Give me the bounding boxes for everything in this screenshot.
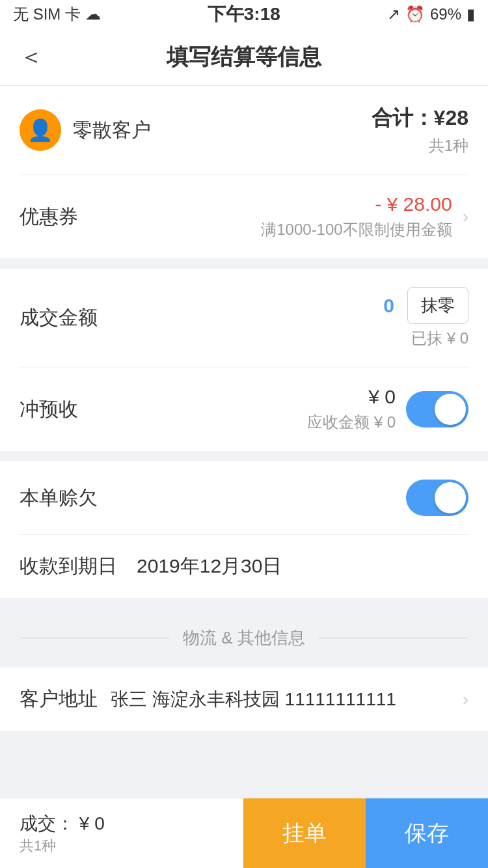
alarm-icon: ⏰	[405, 5, 425, 23]
debt-toggle[interactable]	[406, 480, 468, 516]
sim-label: 无 SIM 卡 ☁	[13, 4, 101, 25]
prepay-desc: 应收金额 ¥ 0	[307, 412, 396, 433]
content: 👤 零散客户 合计：¥28 共1种 优惠券 - ¥ 28.00 满1000-10…	[0, 86, 488, 819]
address-row[interactable]: 客户地址 张三 海淀永丰科技园 11111111111 ›	[0, 668, 488, 731]
prepay-right: ¥ 0 应收金额 ¥ 0	[307, 386, 468, 433]
customer-left: 👤 零散客户	[20, 109, 151, 151]
status-bar: 无 SIM 卡 ☁ 下午3:18 ↗ ⏰ 69% ▮	[0, 0, 488, 29]
transaction-row: 成交金额 0 抹零 已抹 ¥ 0	[0, 269, 488, 367]
address-label: 客户地址	[20, 686, 98, 712]
logistics-separator: 物流 & 其他信息	[0, 608, 488, 668]
location-icon: ↗	[387, 5, 400, 23]
coupon-amount: - ¥ 28.00	[261, 193, 452, 215]
nav-bar: ＜ 填写结算等信息	[0, 29, 488, 86]
customer-right: 合计：¥28 共1种	[372, 104, 468, 156]
coupon-row[interactable]: 优惠券 - ¥ 28.00 满1000-100不限制使用金额 ›	[0, 175, 488, 258]
customer-section: 👤 零散客户 合计：¥28 共1种 优惠券 - ¥ 28.00 满1000-10…	[0, 86, 488, 258]
transaction-value[interactable]: 0	[383, 295, 394, 317]
round-button[interactable]: 抹零	[407, 287, 468, 324]
address-value: 张三 海淀永丰科技园 11111111111	[111, 687, 463, 712]
battery-label: 69%	[430, 5, 461, 23]
bottom-transaction-label: 成交：	[20, 813, 74, 834]
due-date-value: 2019年12月30日	[137, 553, 282, 580]
bottom-count: 共1种	[20, 836, 224, 856]
customer-name: 零散客户	[73, 117, 151, 144]
address-chevron-icon: ›	[463, 689, 468, 710]
prepay-label: 冲预收	[20, 396, 78, 423]
coupon-right: - ¥ 28.00 满1000-100不限制使用金额 ›	[261, 193, 468, 240]
bottom-transaction-line: 成交： ¥ 0	[20, 811, 224, 836]
transaction-label: 成交金额	[20, 305, 98, 331]
transaction-section: 成交金额 0 抹零 已抹 ¥ 0 冲预收 ¥ 0 应收金额 ¥ 0	[0, 269, 488, 451]
prepay-amount: ¥ 0	[307, 386, 396, 408]
debt-section: 本单赊欠 收款到期日 2019年12月30日	[0, 461, 488, 598]
logistics-line-right	[318, 638, 468, 638]
total-amount: 合计：¥28	[372, 104, 468, 133]
logistics-line-left	[20, 638, 170, 638]
status-time: 下午3:18	[208, 2, 280, 27]
coupon-desc: 满1000-100不限制使用金额	[261, 219, 452, 240]
due-date-row: 收款到期日 2019年12月30日	[0, 535, 488, 598]
save-button[interactable]: 保存	[366, 798, 488, 869]
rounded-desc: 已抹 ¥ 0	[383, 328, 468, 349]
avatar: 👤	[20, 109, 61, 151]
coupon-label: 优惠券	[20, 204, 78, 230]
bottom-bar: 成交： ¥ 0 共1种 挂单 保存	[0, 798, 488, 868]
debt-right	[406, 480, 468, 516]
hold-button[interactable]: 挂单	[243, 798, 366, 869]
logistics-label-text: 物流 & 其他信息	[183, 627, 305, 649]
page-title: 填写结算等信息	[167, 42, 321, 72]
back-button[interactable]: ＜	[20, 41, 43, 73]
customer-row: 👤 零散客户 合计：¥28 共1种	[0, 86, 488, 174]
prepay-toggle[interactable]	[406, 391, 468, 427]
bottom-amount: ¥ 0	[79, 813, 105, 834]
prepay-row: 冲预收 ¥ 0 应收金额 ¥ 0	[0, 368, 488, 451]
amount-input-area: 0 抹零	[383, 287, 468, 324]
battery-icon: ▮	[467, 5, 475, 23]
address-section: 客户地址 张三 海淀永丰科技园 11111111111 ›	[0, 668, 488, 731]
debt-row: 本单赊欠	[0, 461, 488, 534]
avatar-icon: 👤	[27, 118, 53, 142]
due-date-label: 收款到期日	[20, 553, 117, 580]
status-left: 无 SIM 卡 ☁	[13, 4, 101, 25]
debt-label: 本单赊欠	[20, 485, 98, 511]
chevron-icon: ›	[463, 206, 468, 227]
transaction-right: 0 抹零 已抹 ¥ 0	[383, 287, 468, 349]
total-count: 共1种	[372, 135, 468, 156]
bottom-info: 成交： ¥ 0 共1种	[0, 811, 243, 856]
status-right: ↗ ⏰ 69% ▮	[387, 5, 475, 23]
